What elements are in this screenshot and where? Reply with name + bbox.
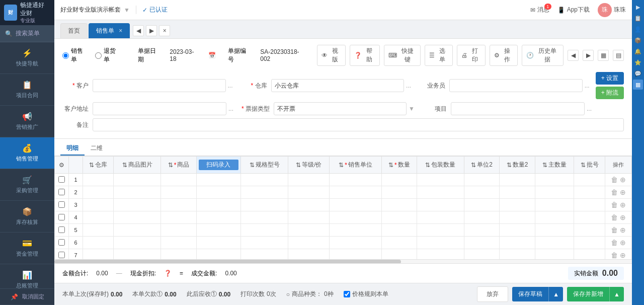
company-selector[interactable]: 好业财专业版演示帐套 ▼ xyxy=(60,6,136,14)
sidebar-item-ledger[interactable]: 📊 总账管理 xyxy=(0,264,54,288)
delete-icon[interactable]: 🗑 xyxy=(611,213,618,221)
row-batch[interactable] xyxy=(574,249,605,260)
th-warehouse[interactable]: ⇅仓库 xyxy=(83,157,114,174)
right-panel-btn-5[interactable]: 🔔 xyxy=(633,46,643,56)
row-check[interactable] xyxy=(55,186,69,199)
address-dots-btn[interactable]: ... xyxy=(226,105,235,112)
row-grade[interactable] xyxy=(288,224,330,237)
help-btn[interactable]: ❓ 帮助 xyxy=(350,45,380,66)
row-unit2[interactable] xyxy=(464,249,499,260)
form-nav-next[interactable]: ▶ xyxy=(583,50,594,61)
customer-input[interactable] xyxy=(93,79,226,92)
row-pack-qty[interactable] xyxy=(417,237,464,249)
delete-icon[interactable]: 🗑 xyxy=(611,251,618,259)
row-spec[interactable] xyxy=(241,237,288,249)
row-qty2[interactable] xyxy=(500,186,535,199)
row-batch[interactable] xyxy=(574,199,605,211)
grid-view-btn[interactable]: ▦ xyxy=(598,50,609,61)
sidebar-item-finance[interactable]: 💳 资金管理 xyxy=(0,233,54,264)
row-batch[interactable] xyxy=(574,174,605,186)
row-spec[interactable] xyxy=(241,224,288,237)
row-qty2[interactable] xyxy=(500,174,535,186)
row-product[interactable] xyxy=(161,237,196,249)
row-main-qty[interactable] xyxy=(535,237,574,249)
row-warehouse[interactable] xyxy=(83,211,114,224)
row-product[interactable] xyxy=(161,174,196,186)
th-scan[interactable]: 扫码录入 xyxy=(196,157,241,174)
row-spec[interactable] xyxy=(241,249,288,260)
row-scan[interactable] xyxy=(196,174,241,186)
sidebar-search[interactable]: 🔍 搜索菜单 xyxy=(0,25,54,42)
row-qty[interactable] xyxy=(381,174,417,186)
row-unit[interactable] xyxy=(330,224,381,237)
right-panel-btn-7[interactable]: 💬 xyxy=(633,68,643,79)
row-main-qty[interactable] xyxy=(535,186,574,199)
row-unit[interactable] xyxy=(330,237,381,249)
row-unit2[interactable] xyxy=(464,186,499,199)
radio-return-order[interactable]: 退货单 xyxy=(95,47,122,64)
row-warehouse[interactable] xyxy=(83,249,114,260)
row-batch[interactable] xyxy=(574,237,605,249)
row-qty2[interactable] xyxy=(500,249,535,260)
row-pack-qty[interactable] xyxy=(417,211,464,224)
sidebar-item-project[interactable]: 📋 项目合同 xyxy=(0,74,54,106)
row-spec[interactable] xyxy=(241,199,288,211)
row-warehouse[interactable] xyxy=(83,186,114,199)
row-check[interactable] xyxy=(55,211,69,224)
select-btn[interactable]: ☰ 选单 xyxy=(425,45,453,66)
row-qty2[interactable] xyxy=(500,199,535,211)
row-qty2[interactable] xyxy=(500,211,535,224)
row-grade[interactable] xyxy=(288,249,330,260)
th-main-qty[interactable]: ⇅主数量 xyxy=(535,157,574,174)
row-image[interactable] xyxy=(114,237,161,249)
th-product-image[interactable]: ⇅商品图片 xyxy=(114,157,161,174)
row-scan[interactable] xyxy=(196,237,241,249)
customer-dots-btn[interactable]: ... xyxy=(226,82,235,89)
salesperson-dots-btn[interactable]: ... xyxy=(583,82,592,89)
row-main-qty[interactable] xyxy=(535,211,574,224)
save-new-btn[interactable]: 保存并新增 xyxy=(567,287,609,301)
th-qty2[interactable]: ⇅数量2 xyxy=(500,157,535,174)
warehouse-dots-btn[interactable]: ... xyxy=(404,82,413,89)
tab-close-btn[interactable]: × xyxy=(159,25,170,36)
th-spec[interactable]: ⇅规格型号 xyxy=(241,157,288,174)
th-unit[interactable]: ⇅*销售单位 xyxy=(330,157,381,174)
copy-icon[interactable]: ⊕ xyxy=(620,213,626,221)
row-main-qty[interactable] xyxy=(535,249,574,260)
row-scan[interactable] xyxy=(196,199,241,211)
row-unit[interactable] xyxy=(330,249,381,260)
row-pack-qty[interactable] xyxy=(417,249,464,260)
row-grade[interactable] xyxy=(288,186,330,199)
right-panel-btn-3[interactable]: 👤 xyxy=(633,24,643,34)
right-panel-btn-2[interactable]: 📋 xyxy=(633,13,643,23)
th-grade[interactable]: ⇅等级/价 xyxy=(288,157,330,174)
list-view-btn[interactable]: ▤ xyxy=(613,50,624,61)
sidebar-item-marketing[interactable]: 📢 营销推广 xyxy=(0,106,54,137)
row-unit[interactable] xyxy=(330,174,381,186)
th-batch[interactable]: ⇅批号 xyxy=(574,157,605,174)
right-panel-btn-6[interactable]: ⭐ xyxy=(633,57,643,67)
project-input[interactable] xyxy=(451,102,585,115)
th-settings[interactable]: ⚙ xyxy=(55,157,69,174)
row-qty[interactable] xyxy=(381,237,417,249)
row-image[interactable] xyxy=(114,174,161,186)
row-unit2[interactable] xyxy=(464,199,499,211)
delete-icon[interactable]: 🗑 xyxy=(611,176,618,184)
table-wrapper[interactable]: ⚙ ⇅仓库 ⇅商品图片 ⇅*商品 扫码录入 xyxy=(54,156,632,259)
sidebar-item-unpin[interactable]: 📌 取消固定 xyxy=(0,289,54,305)
row-qty2[interactable] xyxy=(500,224,535,237)
row-unit2[interactable] xyxy=(464,224,499,237)
row-scan[interactable] xyxy=(196,186,241,199)
table-tab-2d[interactable]: 二维 xyxy=(85,142,109,156)
copy-icon[interactable]: ⊕ xyxy=(620,226,626,234)
save-draft-arrow-btn[interactable]: ▲ xyxy=(548,287,563,301)
row-check[interactable] xyxy=(55,199,69,211)
tab-nav-prev[interactable]: ◀ xyxy=(133,25,144,36)
row-product[interactable] xyxy=(161,249,196,260)
row-unit2[interactable] xyxy=(464,174,499,186)
th-product[interactable]: ⇅*商品 xyxy=(161,157,196,174)
row-main-qty[interactable] xyxy=(535,224,574,237)
print-btn[interactable]: 🖨 打印 xyxy=(457,45,486,66)
attach-btn[interactable]: + 附流 xyxy=(596,87,624,99)
tab-sales-order[interactable]: 销售单 × xyxy=(89,23,130,38)
